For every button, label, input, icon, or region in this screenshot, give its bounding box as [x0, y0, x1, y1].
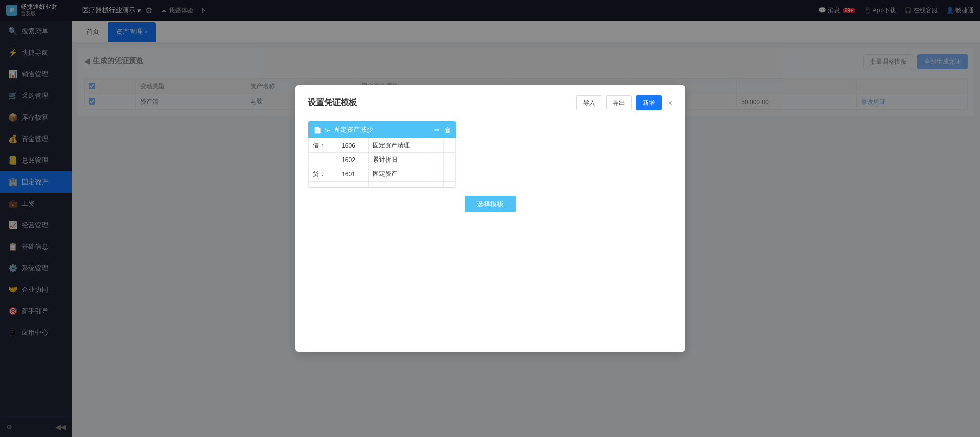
- import-button[interactable]: 导入: [576, 95, 602, 110]
- template-table: 借： 1606 固定资产清理 1602: [308, 138, 456, 187]
- template-row: 1602 累计折旧: [308, 153, 455, 167]
- entry-type: [308, 182, 337, 187]
- export-button[interactable]: 导出: [606, 95, 632, 110]
- debit-val: [431, 182, 443, 187]
- content-area: 首页 资产管理 × ◀ 生成的凭证预览 批量调整模板 全部生成凭证: [72, 21, 980, 437]
- entry-type: 贷：: [308, 167, 337, 182]
- account-name: 固定资产: [368, 167, 431, 182]
- credit-val: [443, 182, 455, 187]
- new-template-button[interactable]: 新增: [636, 95, 662, 110]
- modal-header: 设置凭证模板 导入 导出 新增 ×: [308, 95, 673, 110]
- template-row: 贷： 1601 固定资产: [308, 167, 455, 182]
- account-code: 1601: [337, 167, 368, 182]
- debit-val: [431, 138, 443, 153]
- entry-type: 借：: [308, 138, 337, 153]
- template-doc-icon: 📄: [313, 126, 322, 134]
- account-name: 累计折旧: [368, 153, 431, 167]
- template-name: 固定资产减少: [333, 125, 373, 134]
- template-row: [308, 182, 455, 187]
- set-voucher-template-modal: 设置凭证模板 导入 导出 新增 ×: [295, 85, 685, 352]
- template-id: 5-: [325, 126, 331, 134]
- credit-val: [443, 167, 455, 182]
- card-actions: ✏ 🗑: [434, 126, 451, 134]
- account-code: [337, 182, 368, 187]
- modal-title: 设置凭证模板: [308, 97, 357, 108]
- debit-val: [431, 153, 443, 167]
- edit-template-icon[interactable]: ✏: [434, 126, 440, 134]
- modal-body: 📄 5-固定资产减少 ✏ 🗑: [308, 121, 673, 315]
- template-card-body: 借： 1606 固定资产清理 1602: [308, 138, 456, 187]
- delete-template-icon[interactable]: 🗑: [444, 126, 451, 134]
- entry-type: [308, 153, 337, 167]
- template-card-header: 📄 5-固定资产减少 ✏ 🗑: [308, 121, 456, 138]
- template-card: 📄 5-固定资产减少 ✏ 🗑: [308, 121, 456, 188]
- account-name: 固定资产清理: [368, 138, 431, 153]
- modal-actions: 导入 导出 新增: [576, 95, 662, 110]
- account-code: 1606: [337, 138, 368, 153]
- credit-val: [443, 138, 455, 153]
- modal-close-button[interactable]: ×: [668, 99, 672, 107]
- card-title-area: 📄 5-固定资产减少: [313, 125, 374, 134]
- account-name: [368, 182, 431, 187]
- page-content: ◀ 生成的凭证预览 批量调整模板 全部生成凭证 变动类型 资产名称: [72, 42, 980, 437]
- modal-overlay: 设置凭证模板 导入 导出 新增 ×: [72, 42, 980, 437]
- select-template-button[interactable]: 选择模板: [465, 196, 516, 212]
- main-layout: 🔍 搜索菜单 ⚡ 快捷导航 📊 销售管理 🛒 采购管理 📦 库存核算 💰: [0, 21, 980, 437]
- credit-val: [443, 153, 455, 167]
- account-code: 1602: [337, 153, 368, 167]
- template-row: 借： 1606 固定资产清理: [308, 138, 455, 153]
- debit-val: [431, 167, 443, 182]
